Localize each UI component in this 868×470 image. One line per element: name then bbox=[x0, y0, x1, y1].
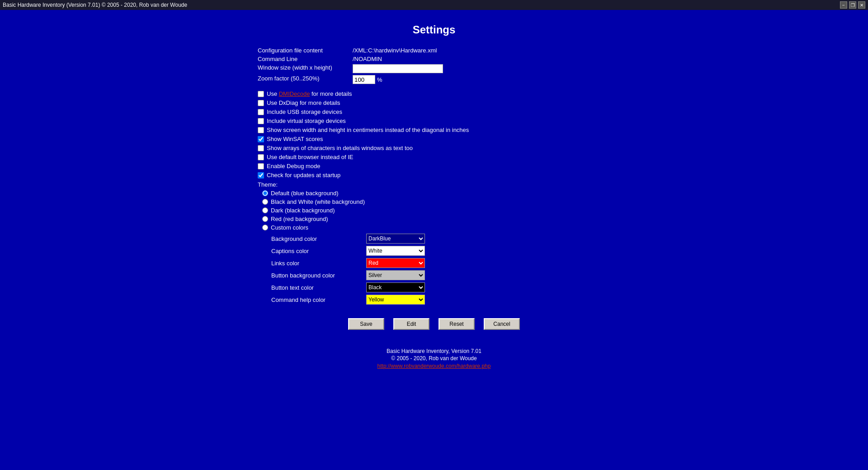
radio-label-red: Red (red background) bbox=[271, 216, 328, 222]
app-title: Basic Hardware Inventory (Version 7.01) … bbox=[3, 2, 187, 8]
radio-row-bw: Black and White (white background) bbox=[262, 198, 610, 205]
command-line-label: Command Line bbox=[258, 56, 348, 62]
footer-line2: © 2005 - 2020, Rob van der Woude bbox=[258, 355, 610, 362]
checkbox-virtual[interactable] bbox=[258, 118, 264, 124]
checkbox-dmi-label: Use DMIDecode for more details bbox=[267, 90, 352, 97]
captions-color-label: Captions color bbox=[271, 246, 362, 256]
btn-text-color-label: Button text color bbox=[271, 282, 362, 292]
radio-theme-default[interactable] bbox=[262, 190, 268, 196]
window-size-input[interactable] bbox=[353, 64, 443, 73]
dmi-link[interactable]: DMIDecode bbox=[279, 90, 310, 97]
info-grid: Configuration file content /XML:C:\hardw… bbox=[258, 47, 610, 84]
checkbox-updates[interactable] bbox=[258, 172, 264, 179]
checkbox-dxdiag[interactable] bbox=[258, 100, 264, 106]
checkbox-virtual-label: Include virtual storage devices bbox=[267, 118, 346, 124]
title-bar: Basic Hardware Inventory (Version 7.01) … bbox=[0, 0, 868, 10]
radio-label-default: Default (blue background) bbox=[271, 190, 339, 197]
footer-line1: Basic Hardware Inventory, Version 7.01 bbox=[258, 348, 610, 354]
checkbox-row-dxdiag: Use DxDiag for more details bbox=[258, 99, 610, 106]
zoom-input[interactable] bbox=[353, 75, 375, 84]
window-size-label: Window size (width x height) bbox=[258, 64, 348, 73]
config-file-label: Configuration file content bbox=[258, 47, 348, 54]
checkbox-arrays[interactable] bbox=[258, 145, 264, 151]
content-area: Settings Configuration file content /XML… bbox=[0, 10, 868, 383]
checkbox-winsat-label: Show WinSAT scores bbox=[267, 136, 323, 142]
checkbox-usb-label: Include USB storage devices bbox=[267, 108, 342, 115]
checkbox-row-winsat: Show WinSAT scores bbox=[258, 136, 610, 142]
config-file-value: /XML:C:\hardwinv\Hardware.xml bbox=[353, 47, 610, 54]
footer-section: Basic Hardware Inventory, Version 7.01 ©… bbox=[258, 348, 610, 369]
checkbox-updates-label: Check for updates at startup bbox=[267, 172, 340, 179]
bg-color-label: Background color bbox=[271, 234, 362, 244]
settings-container: Configuration file content /XML:C:\hardw… bbox=[258, 47, 610, 369]
checkbox-row-screen: Show screen width and height in centimet… bbox=[258, 127, 610, 133]
footer-link[interactable]: http://www.robvanderwoude.com/hardware.p… bbox=[377, 363, 491, 369]
zoom-percent: % bbox=[377, 76, 382, 83]
checkbox-row-updates: Check for updates at startup bbox=[258, 172, 610, 179]
edit-button[interactable]: Edit bbox=[393, 318, 429, 330]
close-button[interactable]: ✕ bbox=[858, 1, 865, 9]
reset-button[interactable]: Reset bbox=[439, 318, 475, 330]
cmd-help-color-label: Command help color bbox=[271, 295, 362, 305]
page-title: Settings bbox=[413, 24, 456, 36]
radio-row-default: Default (blue background) bbox=[262, 190, 610, 197]
checkbox-arrays-label: Show arrays of characters in details win… bbox=[267, 145, 413, 151]
links-color-select[interactable]: Red Blue White Black bbox=[366, 258, 425, 268]
btn-bg-color-select[interactable]: Silver White Black Red bbox=[366, 270, 425, 280]
checkbox-winsat[interactable] bbox=[258, 136, 264, 142]
checkbox-row-arrays: Show arrays of characters in details win… bbox=[258, 145, 610, 151]
radio-theme-dark[interactable] bbox=[262, 207, 268, 213]
title-bar-controls: − ❐ ✕ bbox=[840, 1, 865, 9]
checkbox-screen-label: Show screen width and height in centimet… bbox=[267, 127, 469, 133]
links-color-label: Links color bbox=[271, 258, 362, 268]
radio-theme-bw[interactable] bbox=[262, 199, 268, 205]
checkbox-row-usb: Include USB storage devices bbox=[258, 108, 610, 115]
zoom-label: Zoom factor (50..250%) bbox=[258, 75, 348, 84]
btn-text-color-select[interactable]: Black White Red Blue bbox=[366, 282, 425, 292]
theme-label: Theme: bbox=[258, 181, 610, 188]
title-bar-left: Basic Hardware Inventory (Version 7.01) … bbox=[3, 2, 187, 8]
checkbox-row-virtual: Include virtual storage devices bbox=[258, 118, 610, 124]
save-button[interactable]: Save bbox=[348, 318, 384, 330]
btn-bg-color-label: Button background color bbox=[271, 270, 362, 280]
checkbox-row-debug: Enable Debug mode bbox=[258, 163, 610, 169]
cmd-help-color-select[interactable]: Yellow White Black Red bbox=[366, 295, 425, 305]
checkbox-debug[interactable] bbox=[258, 163, 264, 169]
minimize-button[interactable]: − bbox=[840, 1, 847, 9]
checkbox-row-dmi: Use DMIDecode for more details bbox=[258, 90, 610, 97]
color-grid: Background color DarkBlue Black White Re… bbox=[271, 234, 610, 305]
captions-color-select[interactable]: White Black Red Blue bbox=[366, 246, 425, 256]
cancel-button[interactable]: Cancel bbox=[484, 318, 520, 330]
bg-color-select[interactable]: DarkBlue Black White Red Silver Yellow bbox=[366, 234, 425, 244]
radio-theme-red[interactable] bbox=[262, 216, 268, 222]
restore-button[interactable]: ❐ bbox=[849, 1, 856, 9]
checkbox-dmi[interactable] bbox=[258, 91, 264, 97]
radio-theme-custom[interactable] bbox=[262, 225, 268, 230]
zoom-row: % bbox=[353, 75, 610, 84]
buttons-row: Save Edit Reset Cancel bbox=[258, 318, 610, 330]
checkbox-browser-label: Use default browser instead of IE bbox=[267, 154, 354, 160]
radio-label-bw: Black and White (white background) bbox=[271, 198, 365, 205]
radio-label-dark: Dark (black background) bbox=[271, 207, 335, 214]
radio-row-dark: Dark (black background) bbox=[262, 207, 610, 214]
checkboxes-section: Use DMIDecode for more details Use DxDia… bbox=[258, 90, 610, 179]
checkbox-dxdiag-label: Use DxDiag for more details bbox=[267, 99, 340, 106]
command-line-value: /NOADMIN bbox=[353, 56, 610, 62]
radio-row-custom: Custom colors bbox=[262, 224, 610, 231]
checkbox-usb[interactable] bbox=[258, 109, 264, 115]
checkbox-row-browser: Use default browser instead of IE bbox=[258, 154, 610, 160]
checkbox-browser[interactable] bbox=[258, 154, 264, 160]
checkbox-debug-label: Enable Debug mode bbox=[267, 163, 321, 169]
radio-row-red: Red (red background) bbox=[262, 216, 610, 222]
radio-label-custom: Custom colors bbox=[271, 224, 308, 231]
checkbox-screen[interactable] bbox=[258, 127, 264, 133]
theme-section: Theme: Default (blue background) Black a… bbox=[258, 181, 610, 305]
